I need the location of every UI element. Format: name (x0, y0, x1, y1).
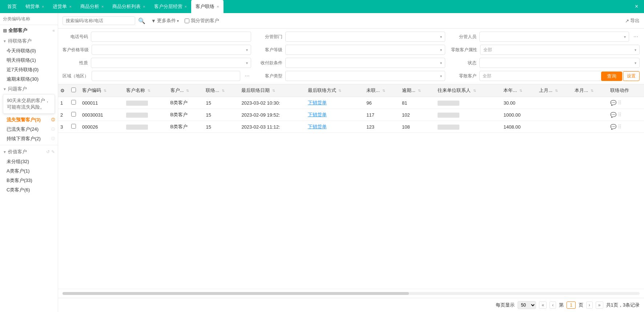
sidebar-group-pending[interactable]: ▼ 待联络客户 (0, 36, 58, 46)
code-col-header[interactable]: 客户编码 ⇅ (80, 84, 124, 97)
row3-last-method[interactable]: 下销货单 (306, 121, 364, 133)
tab-sales-close[interactable]: × (42, 4, 44, 9)
overdue-col-header[interactable]: 逾期... ⇅ (400, 84, 435, 97)
price-level-select[interactable]: ▾ (92, 45, 251, 55)
tab-sales[interactable]: 销货单 × (21, 0, 48, 13)
sidebar-group-problem[interactable]: ▼ 问题客户 (0, 84, 58, 94)
table-settings-icon[interactable]: ⚙ (60, 88, 65, 93)
filter-search-button[interactable]: 🔍 (138, 17, 145, 24)
horizontal-scrollbar-track[interactable] (63, 292, 640, 295)
query-button[interactable]: 查询 (601, 72, 622, 81)
this-month-col-header[interactable]: 本月... ⇅ (572, 84, 608, 97)
row3-link[interactable]: 下销货单 (308, 124, 327, 129)
tab-purchase-close[interactable]: × (69, 4, 71, 9)
row1-link[interactable]: 下销货单 (308, 100, 327, 105)
sidebar-item-today[interactable]: 今天待联络(0) (0, 46, 58, 56)
row2-more-icon[interactable]: ⠿ (618, 112, 621, 118)
row2-checkbox[interactable] (69, 109, 80, 121)
all-customers-header[interactable]: ⊞ 全部客户 « (0, 25, 58, 36)
region-select[interactable] (92, 71, 240, 81)
customer-type-select[interactable]: ▾ (285, 71, 446, 81)
dept-select[interactable]: ▾ (285, 32, 446, 42)
sidebar-item-unclassified[interactable]: 未分组(32) (0, 157, 58, 166)
name-col-header[interactable]: 客户名称 ⇅ (124, 84, 168, 97)
row2-chat-icon[interactable]: 💬 (610, 112, 616, 118)
sidebar-item-class-a[interactable]: A类客户(1) (0, 166, 58, 176)
tab-purchase[interactable]: 进货单 × (48, 0, 76, 13)
prev-page-button[interactable]: ‹ (550, 301, 556, 309)
customer-level-select[interactable]: ▾ (285, 45, 446, 55)
payment-select[interactable]: ▾ (285, 58, 446, 68)
manager-more-button[interactable]: ··· (632, 33, 640, 40)
tab-customer-contact[interactable]: 客户联络 × (191, 0, 223, 13)
tab-customer-segment-close[interactable]: × (185, 4, 187, 9)
manager-select[interactable]: ▾ (479, 32, 629, 42)
sidebar: 🔍 ⊞ 全部客户 « ▼ 待联络客户 今天待联络(0) 明天待联络(1) 近7天… (0, 13, 58, 312)
row2-last-method[interactable]: 下销货单 (306, 109, 364, 121)
row1-last-method[interactable]: 下销货单 (306, 97, 364, 109)
row1-chat-icon[interactable]: 💬 (610, 100, 616, 106)
region-more-button[interactable]: ··· (243, 73, 251, 79)
sidebar-item-declining[interactable]: 持续下滑客户(2) ⓘ (0, 134, 58, 143)
filter-search-input[interactable] (63, 16, 135, 25)
sidebar-item-class-c[interactable]: C类客户(6) (0, 185, 58, 195)
tab-analysis-close[interactable]: × (101, 4, 104, 9)
window-close-button[interactable]: × (632, 3, 641, 10)
gender-select[interactable]: ▾ (91, 58, 251, 68)
customer-table: ⚙ 客户编码 ⇅ 客户名称 ⇅ (58, 84, 644, 133)
row3-overdue: 108 (400, 121, 435, 133)
last-contact-date-col-header[interactable]: 最后联络日期 ⇅ (239, 84, 305, 97)
row3-more-icon[interactable]: ⠿ (618, 124, 621, 130)
sidebar-item-week[interactable]: 近7天待联络(0) (0, 65, 58, 74)
sidebar-item-overdue[interactable]: 逾期未联络(30) (0, 74, 58, 84)
contact-col-header[interactable]: 联络... ⇅ (204, 84, 239, 97)
sidebar-search-input[interactable] (3, 16, 57, 21)
last-month-col-header[interactable]: 上月... ⇅ (537, 84, 572, 97)
sidebar-item-class-b[interactable]: B类客户(33) (0, 176, 58, 185)
last-contact-method-col-header[interactable]: 最后联络方式 ⇅ (306, 84, 364, 97)
tab-customer-contact-close[interactable]: × (217, 4, 219, 9)
row3-chat-icon[interactable]: 💬 (610, 124, 616, 130)
last-page-button[interactable]: » (596, 301, 603, 309)
next-page-button[interactable]: › (586, 301, 593, 309)
edit-icon[interactable]: ✎ (51, 149, 55, 154)
per-page-select[interactable]: 50 100 (518, 301, 536, 309)
status-select[interactable]: ▾ (479, 58, 640, 68)
tab-analysis-list-close[interactable]: × (143, 4, 145, 9)
filter-my-customers-checkbox[interactable]: 我分管的客户 (185, 17, 219, 24)
sidebar-item-churned[interactable]: 已流失客户(24) ⓘ (0, 125, 58, 134)
region-label: 区域（地区） (63, 73, 89, 79)
row3-checkbox[interactable] (69, 121, 80, 133)
row1-more-icon[interactable]: ⠿ (618, 100, 621, 106)
sidebar-item-class-a-label: A类客户(1) (7, 168, 30, 174)
type-col-header[interactable]: 客户... ⇅ (168, 84, 204, 97)
checkbox-col-header[interactable] (69, 84, 80, 97)
horizontal-scrollbar-thumb[interactable] (63, 292, 409, 295)
select-all-checkbox[interactable] (71, 88, 76, 92)
tab-analysis-list[interactable]: 商品分析列表 × (108, 0, 149, 13)
sidebar-item-tomorrow[interactable]: 明天待联络(1) (0, 56, 58, 65)
contact-person-col-header[interactable]: 往来单位联系人 ⇅ (435, 84, 501, 97)
zero-retail-select[interactable]: 全部 ▾ (480, 45, 640, 55)
sidebar-collapse-btn[interactable]: « (52, 28, 55, 33)
my-customers-check[interactable] (185, 19, 189, 23)
row2-link[interactable]: 下销货单 (308, 112, 327, 117)
phone-input[interactable] (91, 32, 251, 42)
sidebar-item-churn-warning[interactable]: 流失预警客户(3) ⓘ (0, 115, 58, 125)
refresh-icon[interactable]: ↺ (46, 149, 50, 154)
row1-checkbox[interactable] (69, 97, 80, 109)
filter-row-manager: 分管人员 ▾ ··· (451, 32, 640, 42)
tab-customer-segment[interactable]: 客户分层经营 × (150, 0, 191, 13)
sidebar-item-today-label: 今天待联络(0) (7, 48, 36, 54)
tab-home[interactable]: 首页 (3, 0, 21, 13)
settings-col-header[interactable]: ⚙ (58, 84, 69, 97)
filter-more-conditions-button[interactable]: ▼ 更多条件 ▾ (148, 16, 182, 25)
sidebar-group-value[interactable]: ▼ 价值客户 ↺ ✎ (0, 147, 58, 157)
export-button[interactable]: ↗ 导出 (625, 17, 640, 24)
settings-button[interactable]: 设置 (623, 71, 640, 81)
first-page-button[interactable]: « (539, 301, 547, 309)
uncontacted-col-header[interactable]: 未联... ⇅ (364, 84, 400, 97)
tab-analysis[interactable]: 商品分析 × (76, 0, 108, 13)
this-year-col-header[interactable]: 本年... ⇅ (501, 84, 537, 97)
horizontal-scroll-area[interactable] (58, 289, 644, 298)
